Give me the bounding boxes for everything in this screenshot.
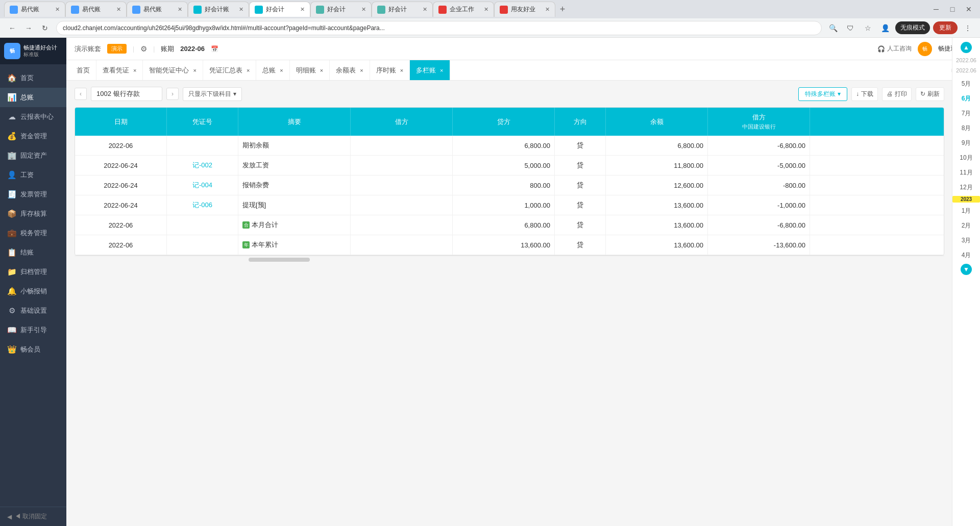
sidebar-item-inventory[interactable]: 📦 库存核算 bbox=[0, 204, 66, 223]
extension-icon[interactable]: 🛡 bbox=[843, 21, 857, 35]
download-button[interactable]: ↓ 下载 bbox=[851, 87, 878, 101]
rp-month-2023-1[interactable]: 1月 bbox=[952, 205, 980, 217]
sidebar-item-funds[interactable]: 💰 资金管理 bbox=[0, 127, 66, 146]
tab-close-journal[interactable]: × bbox=[400, 67, 403, 73]
rp-month-6[interactable]: 6月 bbox=[952, 92, 980, 105]
incognito-button[interactable]: 无痕模式 bbox=[895, 21, 930, 34]
sidebar-item-invoice[interactable]: 🧾 发票管理 bbox=[0, 185, 66, 204]
reload-button[interactable]: ↻ bbox=[38, 21, 52, 35]
tab-close-balance[interactable]: × bbox=[360, 67, 363, 73]
sidebar-item-fixed-assets[interactable]: 🏢 固定资产 bbox=[0, 146, 66, 165]
sidebar-item-closing[interactable]: 📋 结账 bbox=[0, 243, 66, 262]
tab-close-6[interactable]: ✕ bbox=[361, 6, 366, 13]
tab-close-4[interactable]: ✕ bbox=[239, 6, 243, 13]
sidebar-header[interactable]: 畅 畅捷通好会计 标准版 bbox=[0, 38, 66, 64]
tab-journal[interactable]: 序时账 × bbox=[370, 60, 410, 81]
tab-voucher-summary[interactable]: 凭证汇总表 × bbox=[203, 60, 256, 81]
rp-month-5[interactable]: 5月 bbox=[952, 78, 980, 90]
right-panel-down-button[interactable]: ▼ bbox=[961, 264, 972, 275]
tab-close-9[interactable]: ✕ bbox=[545, 6, 550, 13]
minimize-button[interactable]: ─ bbox=[929, 2, 943, 16]
sidebar-item-expense[interactable]: 🔔 小畅报销 bbox=[0, 282, 66, 301]
browser-tab-3[interactable]: 易代账 ✕ bbox=[127, 2, 188, 17]
refresh-button[interactable]: ↻ 刷新 bbox=[916, 87, 944, 101]
tab-detail-ledger[interactable]: 明细账 × bbox=[290, 60, 330, 81]
rp-month-11[interactable]: 11月 bbox=[952, 166, 980, 179]
print-button[interactable]: 🖨 打印 bbox=[882, 87, 912, 101]
close-window-button[interactable]: ✕ bbox=[962, 2, 976, 16]
tab-close-3[interactable]: ✕ bbox=[178, 6, 182, 13]
rp-month-9[interactable]: 9月 bbox=[952, 137, 980, 149]
tab-close-smart-voucher[interactable]: × bbox=[193, 67, 196, 73]
tab-label-6: 好会计 bbox=[327, 5, 346, 14]
sidebar-item-guide[interactable]: 📖 新手引导 bbox=[0, 320, 66, 340]
tab-smart-voucher[interactable]: 智能凭证中心 × bbox=[143, 60, 203, 81]
browser-tab-5[interactable]: 好会计 ✕ bbox=[249, 2, 310, 17]
tab-home[interactable]: 首页 bbox=[70, 60, 96, 81]
search-icon[interactable]: 🔍 bbox=[826, 21, 840, 35]
bookmark-icon[interactable]: ☆ bbox=[861, 21, 875, 35]
rp-month-2023-2[interactable]: 2月 bbox=[952, 219, 980, 232]
right-panel-up-button[interactable]: ▲ bbox=[961, 42, 972, 53]
sidebar-item-tax[interactable]: 💼 税务管理 bbox=[0, 223, 66, 243]
scrollbar-thumb[interactable] bbox=[249, 258, 310, 262]
browser-tab-6[interactable]: 好会计 ✕ bbox=[310, 2, 372, 17]
calendar-icon[interactable]: 📅 bbox=[211, 45, 218, 53]
browser-tab-2[interactable]: 易代账 ✕ bbox=[65, 2, 127, 17]
sidebar-pin-toggle[interactable]: ◀ ◀ 取消固定 bbox=[0, 507, 66, 526]
tab-icon-5 bbox=[255, 6, 263, 14]
browser-tab-7[interactable]: 好会计 ✕ bbox=[372, 2, 433, 17]
forward-button[interactable]: → bbox=[21, 21, 36, 35]
sidebar-item-archive[interactable]: 📁 归档管理 bbox=[0, 262, 66, 282]
tab-multicolumn[interactable]: 多栏账 × bbox=[410, 60, 450, 81]
sidebar-item-cloud[interactable]: ☁ 云报表中心 bbox=[0, 107, 66, 127]
sidebar-item-home[interactable]: 🏠 首页 bbox=[0, 68, 66, 88]
update-button[interactable]: 更新 bbox=[933, 21, 958, 34]
new-tab-button[interactable]: + bbox=[555, 2, 570, 16]
tab-close-1[interactable]: ✕ bbox=[55, 6, 60, 13]
tab-close-detail-ledger[interactable]: × bbox=[320, 67, 323, 73]
tab-close-voucher-summary[interactable]: × bbox=[247, 67, 250, 73]
tab-close-general-ledger[interactable]: × bbox=[280, 67, 283, 73]
browser-tab-1[interactable]: 易代账 ✕ bbox=[4, 2, 65, 17]
show-sub-button[interactable]: 只显示下级科目 ▾ bbox=[183, 87, 242, 101]
settings-gear-icon[interactable]: ⚙ bbox=[140, 44, 147, 54]
tab-general-ledger[interactable]: 总账 × bbox=[256, 60, 289, 81]
rp-month-10[interactable]: 10月 bbox=[952, 152, 980, 164]
next-account-button[interactable]: › bbox=[166, 88, 179, 100]
voucher-link-3[interactable]: 记-006 bbox=[192, 201, 212, 210]
sidebar-item-member[interactable]: 👑 畅会员 bbox=[0, 340, 66, 359]
rp-month-7[interactable]: 7月 bbox=[952, 107, 980, 120]
rp-month-2023-4[interactable]: 4月 bbox=[952, 249, 980, 262]
tab-close-7[interactable]: ✕ bbox=[423, 6, 427, 13]
browser-tab-4[interactable]: 好会计账 ✕ bbox=[188, 2, 249, 17]
tab-balance[interactable]: 余额表 × bbox=[330, 60, 370, 81]
special-cols-button[interactable]: 特殊多栏账 ▾ bbox=[798, 87, 847, 101]
voucher-link-2[interactable]: 记-004 bbox=[192, 181, 212, 190]
tab-close-8[interactable]: ✕ bbox=[484, 6, 488, 13]
sidebar-item-ledger[interactable]: 📊 总账 bbox=[0, 88, 66, 107]
address-input[interactable] bbox=[56, 21, 822, 35]
tab-close-5[interactable]: ✕ bbox=[300, 6, 305, 13]
demo-badge[interactable]: 演示 bbox=[107, 44, 127, 54]
profile-icon[interactable]: 👤 bbox=[878, 21, 892, 35]
tab-voucher-view[interactable]: 查看凭证 × bbox=[96, 60, 143, 81]
tab-close-2[interactable]: ✕ bbox=[116, 6, 121, 13]
voucher-link-1[interactable]: 记-002 bbox=[192, 161, 212, 170]
menu-icon[interactable]: ⋮ bbox=[961, 21, 975, 35]
sidebar-item-settings[interactable]: ⚙ 基础设置 bbox=[0, 301, 66, 320]
tab-close-multicolumn[interactable]: × bbox=[440, 67, 443, 73]
rp-month-8[interactable]: 8月 bbox=[952, 122, 980, 135]
sidebar-item-payroll[interactable]: 👤 工资 bbox=[0, 165, 66, 185]
browser-tab-9[interactable]: 用友好业 ✕ bbox=[494, 2, 555, 17]
rp-month-2023-3[interactable]: 3月 bbox=[952, 234, 980, 247]
consultant-button[interactable]: 🎧 人工咨询 bbox=[877, 44, 912, 53]
maximize-button[interactable]: □ bbox=[945, 2, 960, 16]
back-button[interactable]: ← bbox=[5, 21, 19, 35]
rp-month-12[interactable]: 12月 bbox=[952, 181, 980, 194]
horizontal-scrollbar[interactable] bbox=[75, 256, 944, 263]
tab-close-voucher-view[interactable]: × bbox=[133, 67, 136, 73]
account-selector[interactable]: 1002 银行存款 bbox=[91, 87, 162, 101]
browser-tab-8[interactable]: 企业工作 ✕ bbox=[433, 2, 494, 17]
prev-account-button[interactable]: ‹ bbox=[75, 88, 87, 100]
